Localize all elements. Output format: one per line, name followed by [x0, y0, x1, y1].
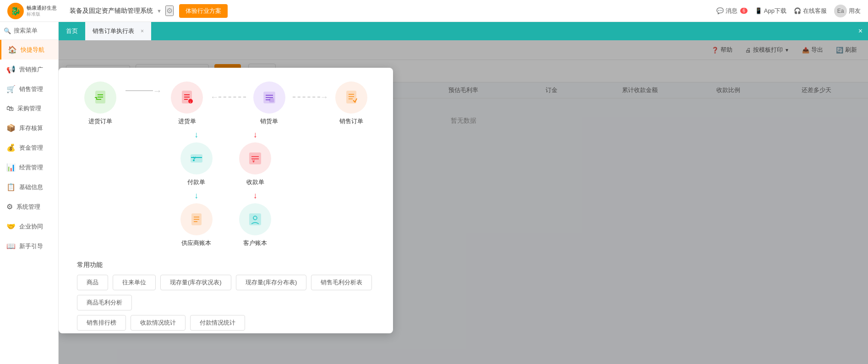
sidebar-item-quick-nav[interactable]: 🏠 快捷导航 [0, 40, 58, 60]
basic-info-icon: 📋 [6, 183, 16, 191]
settings-icon-btn[interactable]: ⚙ [165, 5, 174, 16]
common-btn-receipt-stats[interactable]: 收款情况统计 [131, 315, 186, 331]
svg-rect-23 [250, 153, 261, 164]
arrow-down-receipt: ↓ [226, 191, 284, 201]
common-btn-sales-rank[interactable]: 销售排行榜 [77, 315, 126, 331]
flow-node-purchase-order[interactable]: 进货订单 [77, 81, 124, 125]
tab-bar-close-btn[interactable]: × [858, 27, 863, 35]
operations-icon: 📊 [6, 163, 16, 172]
supplier-ledger-circle [180, 203, 213, 235]
svg-text:↓: ↓ [190, 100, 191, 104]
sales-bill-label: 销货单 [260, 117, 278, 125]
common-btn-goods-gross[interactable]: 商品毛利分析 [77, 295, 132, 310]
flow-node-sales-order[interactable]: 销售订单 [328, 81, 375, 125]
flow-row-2: ¥ 付款单 ¥ [77, 142, 375, 186]
user-menu[interactable]: Ea 用友 [834, 5, 861, 17]
payment-bill-label: 付款单 [187, 178, 205, 186]
svg-text:¥: ¥ [252, 159, 255, 163]
common-section: 常用功能 商品 往来单位 现存量(库存状况表) 现存量(库存分布表) 销售毛利分… [77, 261, 375, 331]
sidebar-item-marketing[interactable]: 📢 营销推广 [0, 60, 58, 79]
common-btn-stock-status[interactable]: 现存量(库存状况表) [160, 275, 231, 290]
svg-rect-31 [250, 214, 261, 225]
common-btn-stock-dist[interactable]: 现存量(库存分布表) [236, 275, 307, 290]
flow-section: 进货订单 → [77, 81, 375, 252]
common-btn-goods[interactable]: 商品 [77, 275, 108, 290]
payment-bill-circle: ¥ [180, 142, 213, 174]
quick-nav-icon: 🏠 [8, 45, 17, 54]
purchase-order-label: 进货订单 [88, 117, 112, 125]
sidebar-item-sales[interactable]: 🛒 销售管理 [0, 79, 58, 99]
flow-row-1: 进货订单 → [77, 81, 375, 125]
sidebar-item-inventory[interactable]: 📦 库存核算 [0, 118, 58, 138]
logo-area: 🐉 畅康通好生意 标准版 [7, 3, 66, 19]
spacer-arrow [136, 130, 167, 140]
sales-order-label: 销售订单 [339, 117, 363, 125]
flow-arrows-row-2: ↓ ↓ [77, 191, 375, 201]
tab-close-icon[interactable]: × [141, 28, 144, 34]
modal-overlay[interactable]: 进货订单 → [59, 40, 868, 364]
supplier-ledger-label: 供应商账本 [181, 239, 211, 247]
sidebar-item-purchase[interactable]: 🛍 采购管理 [0, 99, 58, 118]
arrow-down-sales: ↓ [226, 130, 284, 140]
flow-arrows-row: ↓ ↓ [77, 130, 375, 140]
message-btn[interactable]: 💬 消息 6 [716, 7, 748, 15]
system-title: 装备及固定资产辅助管理系统 [70, 7, 153, 15]
sidebar-item-guide[interactable]: 📖 新手引导 [0, 236, 58, 256]
spacer-left [77, 130, 136, 140]
app-wrapper: 🐉 畅康通好生意 标准版 装备及固定资产辅助管理系统 ▼ ⚙ 体验行业方案 💬 … [0, 0, 868, 364]
trial-btn[interactable]: 体验行业方案 [179, 4, 228, 18]
purchase-icon: 🛍 [6, 104, 14, 113]
receipt-bill-label: 收款单 [246, 178, 264, 186]
common-btn-partners[interactable]: 往来单位 [113, 275, 156, 290]
enterprise-icon: 🤝 [6, 222, 16, 231]
flow-node-receipt-bill[interactable]: ¥ 收款单 [226, 142, 284, 186]
app-download-icon: 📱 [755, 7, 762, 14]
system-title-area: 装备及固定资产辅助管理系统 ▼ [66, 7, 162, 15]
sidebar: 🔍 搜索菜单 🏠 快捷导航 📢 营销推广 🛒 销售管理 🛍 采购管理 📦 [0, 22, 59, 364]
system-icon: ⚙ [6, 202, 13, 211]
message-badge: 6 [740, 8, 748, 14]
sidebar-item-basic-info[interactable]: 📋 基础信息 [0, 177, 58, 197]
dashed-area-2: → [293, 92, 328, 102]
svg-text:¥: ¥ [193, 156, 196, 160]
sidebar-item-finance[interactable]: 💰 资金管理 [0, 138, 58, 158]
dashed-area: ← [210, 92, 246, 102]
spacer-right [316, 130, 375, 140]
flow-node-customer-ledger[interactable]: 客户账本 [226, 203, 284, 247]
s1 [77, 191, 136, 201]
online-service-btn[interactable]: 🎧 在线客服 [794, 7, 827, 15]
flow-node-sales-bill[interactable]: 销货单 [246, 81, 293, 125]
system-dropdown-icon[interactable]: ▼ [157, 8, 162, 14]
message-icon: 💬 [716, 7, 724, 14]
common-btn-payment-stats[interactable]: 付款情况统计 [190, 315, 245, 331]
guide-icon: 📖 [6, 242, 16, 250]
customer-ledger-circle [239, 203, 271, 235]
sidebar-item-operations[interactable]: 📊 经营管理 [0, 158, 58, 177]
svg-rect-19 [191, 155, 202, 162]
sidebar-item-enterprise[interactable]: 🤝 企业协同 [0, 217, 58, 236]
common-btn-sales-gross[interactable]: 销售毛利分析表 [311, 275, 372, 290]
svg-rect-14 [269, 98, 274, 102]
tab-home[interactable]: 首页 [59, 22, 85, 40]
flow-node-payment-bill[interactable]: ¥ 付款单 [167, 142, 226, 186]
s2 [136, 191, 167, 201]
purchase-bill-circle: ↓ [171, 81, 203, 114]
spacer-3 [284, 130, 316, 140]
sales-icon: 🛒 [6, 85, 16, 93]
app-download-btn[interactable]: 📱 App下载 [755, 7, 786, 15]
purchase-bill-label: 进货单 [178, 117, 196, 125]
sidebar-search[interactable]: 🔍 搜索菜单 [0, 22, 58, 40]
flow-node-supplier-ledger[interactable]: 供应商账本 [167, 203, 226, 247]
avatar: Ea [834, 5, 847, 17]
flow-node-purchase-bill[interactable]: ↓ 进货单 [164, 81, 211, 125]
search-icon: 🔍 [4, 27, 11, 34]
sidebar-item-system[interactable]: ⚙ 系统管理 [0, 197, 58, 217]
logo-icon: 🐉 [7, 3, 24, 19]
page-content: ❓ 帮助 🖨 按模板打印 ▼ 📤 导出 🔄 刷新 [59, 40, 868, 364]
common-btns-row2: 销售排行榜 收款情况统计 付款情况统计 [77, 315, 375, 331]
purchase-order-circle [84, 81, 116, 114]
flow-row-3: 供应商账本 客户账本 [77, 203, 375, 247]
s5 [316, 191, 375, 201]
arrow-h-1: → [126, 86, 162, 109]
tab-sales-order[interactable]: 销售订单执行表 × [85, 22, 151, 40]
